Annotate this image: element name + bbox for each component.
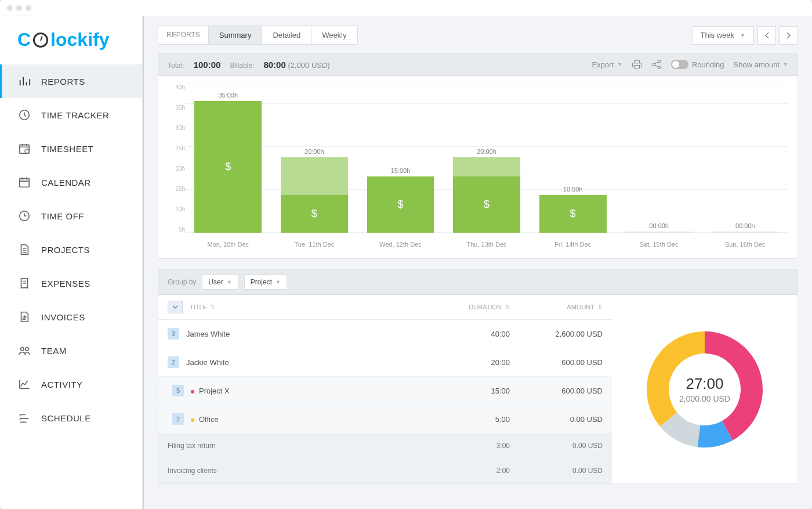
tab-weekly[interactable]: Weekly: [311, 26, 357, 44]
sidebar-item-label: SCHEDULE: [41, 413, 91, 423]
total-label: Total:: [168, 62, 184, 70]
table-row[interactable]: 5Project X15:00600.00 USD: [158, 377, 612, 405]
row-duration: 5:00: [429, 415, 510, 424]
sort-icon: ⇅: [211, 304, 215, 310]
svg-point-8: [652, 63, 655, 66]
bar-value-label: 15:00h: [391, 167, 411, 174]
clock-icon: [18, 109, 31, 121]
billable-usd: (2,000 USD): [288, 61, 329, 70]
share-button[interactable]: [651, 59, 662, 70]
row-amount: 600.00 USD: [510, 358, 603, 367]
bar: 00:00h: [702, 82, 788, 233]
prev-range-button[interactable]: [757, 26, 776, 45]
sidebar-item-label: TEAM: [41, 346, 67, 356]
row-duration: 15:00: [429, 387, 510, 395]
svg-point-2: [25, 149, 29, 153]
row-amount: 0.00 USD: [510, 442, 603, 450]
col-amount-header[interactable]: AMOUNT⇅: [510, 304, 603, 311]
sidebar-item-label: TIME OFF: [41, 211, 84, 221]
timesheet-icon: [18, 142, 31, 155]
table-row[interactable]: Filing tax return3:000.00 USD: [158, 434, 612, 459]
sidebar-item-label: PROJECTS: [41, 245, 90, 255]
tab-detailed[interactable]: Detailed: [262, 26, 311, 44]
sidebar-item-expenses[interactable]: EXPENSES: [0, 266, 142, 300]
row-title: Jackie White: [186, 358, 429, 367]
row-amount: 0.00 USD: [510, 415, 603, 424]
donut-time: 27:00: [686, 375, 723, 393]
bar-value-label: 35:00h: [218, 92, 238, 99]
chevron-down-icon: ▼: [783, 62, 788, 67]
row-duration: 2:00: [429, 467, 510, 475]
sort-icon: ⇅: [505, 304, 510, 310]
share-icon: [651, 59, 662, 70]
table-row[interactable]: 3James White40:002,600.00 USD: [158, 320, 612, 348]
window-dot: [16, 5, 22, 11]
groupby-select-2[interactable]: Project ▼: [244, 275, 287, 290]
rounding-toggle[interactable]: Rounding: [671, 60, 724, 69]
next-range-button[interactable]: [780, 26, 798, 45]
bar: 20:00h$: [444, 82, 530, 233]
row-badge: 2: [172, 413, 184, 425]
show-amount-button[interactable]: Show amount ▼: [734, 60, 788, 69]
row-title: Office: [191, 415, 429, 424]
sidebar-item-timesheet[interactable]: TIMESHEET: [0, 132, 142, 165]
expand-all-button[interactable]: [168, 301, 183, 313]
tab-summary[interactable]: Summary: [209, 26, 263, 44]
team-icon: [18, 344, 31, 357]
groupby-select-1[interactable]: User ▼: [202, 275, 238, 290]
date-range-select[interactable]: This week ▼: [692, 26, 754, 45]
breakdown-table: TITLE⇅ DURATION⇅ AMOUNT⇅ 3James White40:…: [158, 295, 612, 483]
table-row[interactable]: 2Jackie White20:00600.00 USD: [158, 348, 612, 377]
bar: 35:00h$: [185, 82, 271, 233]
row-badge: 3: [168, 328, 179, 340]
chevron-down-icon: ▼: [740, 33, 745, 38]
print-button[interactable]: [632, 59, 642, 70]
xaxis-label: Tue, 11th Dec: [271, 241, 358, 248]
date-range-label: This week: [701, 31, 735, 39]
export-label: Export: [592, 60, 614, 69]
groupby-select-2-label: Project: [251, 278, 272, 286]
col-duration-header[interactable]: DURATION⇅: [429, 304, 510, 311]
table-row[interactable]: 2Office5:000.00 USD: [158, 405, 612, 434]
sidebar-item-label: REPORTS: [41, 77, 85, 86]
sidebar-item-calendar[interactable]: CALENDAR: [0, 165, 142, 199]
table-row[interactable]: Invoicing clients2:000.00 USD: [158, 459, 612, 483]
file-icon: [18, 243, 31, 256]
report-tabs: REPORTS SummaryDetailedWeekly: [158, 26, 358, 45]
chevron-down-icon: ▼: [617, 62, 622, 67]
chevron-left-icon: [764, 32, 769, 39]
svg-rect-3: [20, 179, 30, 187]
window-dot: [7, 5, 13, 11]
row-title: Invoicing clients: [168, 467, 429, 475]
sidebar-item-schedule[interactable]: SCHEDULE: [0, 401, 142, 435]
bar-value-label: 00:00h: [735, 222, 755, 229]
sidebar-item-projects[interactable]: PROJECTS: [0, 233, 142, 266]
row-amount: 0.00 USD: [510, 467, 603, 475]
xaxis-label: Wed, 12th Dec: [357, 241, 444, 248]
chevron-down-icon: ▼: [227, 279, 232, 285]
sidebar-item-time-off[interactable]: TIME OFF: [0, 199, 142, 233]
window-dot: [26, 5, 31, 11]
sidebar-item-invoices[interactable]: INVOICES: [0, 300, 142, 334]
bar: 10:00h$: [530, 82, 616, 233]
bar: 20:00h$: [271, 82, 358, 233]
svg-point-7: [658, 60, 661, 63]
sidebar-item-activity[interactable]: ACTIVITY: [0, 367, 142, 401]
sidebar-item-time-tracker[interactable]: TIME TRACKER: [0, 98, 142, 132]
bar-value-label: 10:00h: [563, 186, 583, 193]
sidebar-item-reports[interactable]: REPORTS: [0, 64, 142, 98]
xaxis-label: Thu, 13th Dec: [444, 241, 530, 248]
receipt-icon: [18, 277, 31, 290]
svg-point-9: [658, 66, 661, 69]
donut-chart: 27:00 2,000.00 USD: [612, 295, 798, 483]
export-button[interactable]: Export ▼: [592, 60, 622, 69]
col-title-header[interactable]: TITLE⇅: [190, 304, 429, 311]
row-title: James White: [186, 330, 429, 338]
svg-point-6: [26, 348, 29, 351]
sidebar-item-label: EXPENSES: [41, 279, 90, 288]
sort-icon: ⇅: [598, 304, 603, 310]
sidebar-item-team[interactable]: TEAM: [0, 334, 142, 367]
project-dot-icon: [191, 418, 194, 422]
bar-value-label: 20:00h: [477, 148, 496, 155]
xaxis-label: Mon, 10th Dec: [185, 241, 271, 248]
